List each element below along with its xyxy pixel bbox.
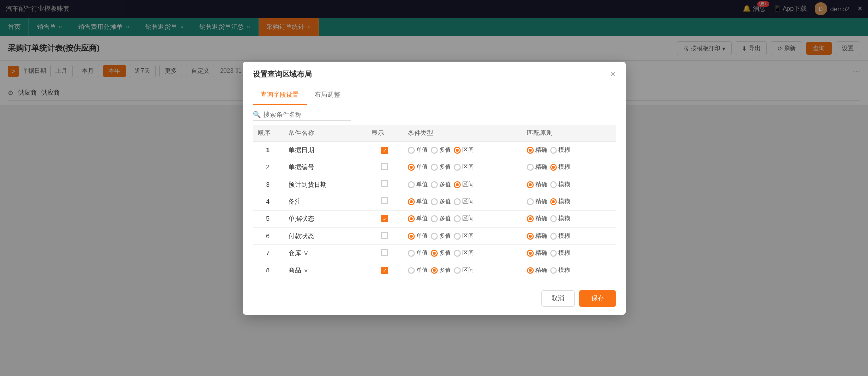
dialog: 设置查询区域布局 × 查询字段设置 布局调整 🔍 顺序 <box>243 62 626 105</box>
tab-query-fields[interactable]: 查询字段设置 <box>253 85 307 105</box>
dialog-close-button[interactable]: × <box>610 70 616 79</box>
dialog-header: 设置查询区域布局 × <box>243 62 626 85</box>
dialog-tabs: 查询字段设置 布局调整 <box>243 85 626 105</box>
modal-overlay: 设置查询区域布局 × 查询字段设置 布局调整 🔍 顺序 <box>0 0 868 105</box>
tab-layout-adjust[interactable]: 布局调整 <box>307 85 348 105</box>
dialog-title: 设置查询区域布局 <box>253 70 312 79</box>
